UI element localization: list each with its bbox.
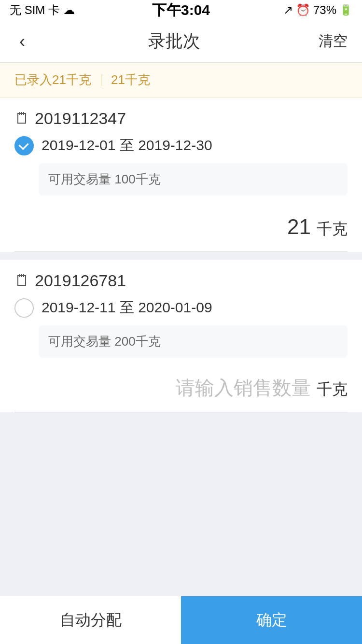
batch-1-number: 2019112347 bbox=[35, 109, 126, 128]
batch-2-qty-input[interactable] bbox=[166, 377, 311, 399]
batch-2-qty-unit: 千克 bbox=[317, 379, 348, 400]
batch-2-radio[interactable] bbox=[14, 298, 34, 318]
batch-1-avail-text: 可用交易量 100千克 bbox=[48, 172, 161, 186]
batch-1-header: 🗒 2019112347 bbox=[0, 98, 362, 132]
batch-1-qty-value: 21 bbox=[287, 215, 311, 239]
recorded-amount-label: 已录入21千克 bbox=[14, 71, 91, 88]
confirm-button[interactable]: 确定 bbox=[181, 596, 362, 644]
batch-1-avail: 可用交易量 100千克 bbox=[39, 163, 348, 196]
info-banner: 已录入21千克 21千克 bbox=[0, 63, 362, 98]
alarm-icon: ⏰ bbox=[296, 3, 310, 17]
nav-bar: ‹ 录批次 清空 bbox=[0, 20, 362, 63]
batch-2-icon: 🗒 bbox=[14, 272, 30, 290]
page-title: 录批次 bbox=[148, 29, 200, 53]
batch-2-header: 🗒 2019126781 bbox=[0, 260, 362, 294]
bottom-action-bar: 自动分配 确定 bbox=[0, 596, 362, 644]
status-time: 下午3:04 bbox=[152, 0, 210, 20]
battery-icon: 🔋 bbox=[339, 4, 352, 16]
batch-1-date-row: 2019-12-01 至 2019-12-30 bbox=[0, 132, 362, 163]
batch-2-number: 2019126781 bbox=[35, 271, 126, 290]
status-right: ↗ ⏰ 73% 🔋 bbox=[283, 3, 352, 17]
batch-1-radio[interactable] bbox=[14, 136, 34, 155]
batch-card-1: 🗒 2019112347 2019-12-01 至 2019-12-30 可用交… bbox=[0, 98, 362, 252]
batch-2-avail: 可用交易量 200千克 bbox=[39, 325, 348, 358]
batch-1-date: 2019-12-01 至 2019-12-30 bbox=[42, 136, 212, 155]
battery-label: 73% bbox=[313, 3, 336, 17]
batch-2-qty-row: 千克 bbox=[0, 367, 362, 412]
location-icon: ↗ bbox=[283, 3, 293, 17]
sim-label: 无 SIM 卡 ☁ bbox=[10, 2, 75, 18]
batch-card-2: 🗒 2019126781 2019-12-11 至 2020-01-09 可用交… bbox=[0, 260, 362, 412]
batch-1-qty-row: 21 千克 bbox=[0, 205, 362, 252]
auto-distribute-button[interactable]: 自动分配 bbox=[0, 596, 181, 644]
info-divider bbox=[101, 74, 101, 86]
section-separator bbox=[0, 252, 362, 260]
status-left: 无 SIM 卡 ☁ bbox=[10, 2, 75, 18]
batch-2-avail-text: 可用交易量 200千克 bbox=[48, 334, 161, 349]
batch-1-qty-unit: 千克 bbox=[317, 219, 348, 240]
back-button[interactable]: ‹ bbox=[14, 27, 30, 56]
status-bar: 无 SIM 卡 ☁ 下午3:04 ↗ ⏰ 73% 🔋 bbox=[0, 0, 362, 20]
batch-1-icon: 🗒 bbox=[14, 110, 30, 127]
batch-2-date: 2019-12-11 至 2020-01-09 bbox=[42, 298, 212, 318]
batch-2-date-row: 2019-12-11 至 2020-01-09 bbox=[0, 294, 362, 325]
recorded-amount-value: 21千克 bbox=[111, 71, 150, 88]
clear-button[interactable]: 清空 bbox=[319, 31, 348, 51]
